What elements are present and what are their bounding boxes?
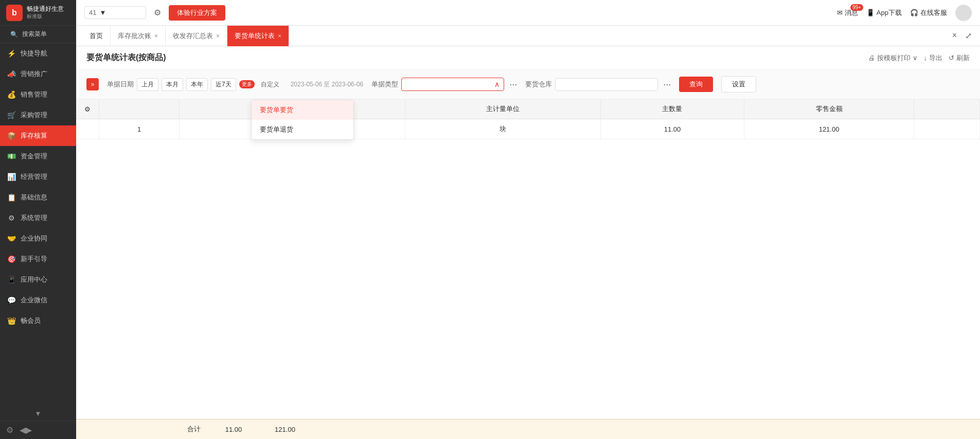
refresh-label: 刷新 <box>956 53 970 63</box>
column-settings-icon[interactable]: ⚙ <box>84 105 91 113</box>
tab-inventory-batch-close[interactable]: × <box>154 32 158 40</box>
type-input[interactable] <box>406 81 494 88</box>
date-more-badge[interactable]: 更多 <box>239 80 255 88</box>
message-icon: ✉ <box>837 9 843 16</box>
sidebar-item-purchase[interactable]: 🛒 采购管理 <box>0 105 76 125</box>
footer-qty: 11.00 <box>208 426 259 433</box>
print-action[interactable]: 🖨 按模板打印 ∨ <box>868 53 918 63</box>
warehouse-field[interactable] <box>555 78 658 91</box>
warehouse-input[interactable] <box>560 81 653 88</box>
sidebar-item-sales[interactable]: 💰 销售管理 <box>0 84 76 105</box>
sidebar-search[interactable]: 🔍 搜索菜单 <box>0 26 76 43</box>
sidebar-item-system[interactable]: ⚙ 系统管理 <box>0 208 76 228</box>
export-icon: ↓ <box>924 54 928 62</box>
set-button[interactable]: 设置 <box>721 76 756 93</box>
tab-home-label: 首页 <box>90 31 103 41</box>
print-label: 按模板打印 <box>877 53 911 63</box>
date-this-month-btn[interactable]: 本月 <box>162 78 183 91</box>
appstore-icon: 📱 <box>6 275 16 285</box>
sidebar: b 畅捷通好生意 标准版 🔍 搜索菜单 ⚡ 快捷导航 📣 营销推广 💰 销售管理… <box>0 0 76 439</box>
app-name: 畅捷通好生意 <box>27 5 64 13</box>
search-icon: 🔍 <box>10 31 18 38</box>
sidebar-item-marketing[interactable]: 📣 营销推广 <box>0 64 76 84</box>
sidebar-item-enterprise[interactable]: 🤝 企业协同 <box>0 228 76 249</box>
collapse-icon[interactable]: ◀▶ <box>20 425 32 435</box>
service-label: 在线客服 <box>920 8 947 17</box>
quick-nav-icon: ⚡ <box>6 48 16 59</box>
store-selector[interactable]: 41 ▼ <box>84 6 146 19</box>
footer-amount: 121.00 <box>259 426 311 433</box>
type-filter-label: 单据类型 <box>371 80 398 89</box>
sidebar-label-basic: 基础信息 <box>21 193 47 202</box>
phone-icon: 📱 <box>866 9 875 16</box>
sidebar-item-member[interactable]: 👑 畅会员 <box>0 310 76 331</box>
system-icon: ⚙ <box>6 213 16 223</box>
tab-recv-summary-label: 收发存汇总表 <box>173 31 213 41</box>
type-caret-icon: ∧ <box>494 80 500 88</box>
col-settings[interactable]: ⚙ <box>76 99 99 119</box>
sidebar-label-sales: 销售管理 <box>21 90 47 99</box>
sidebar-item-operations[interactable]: 📊 经营管理 <box>0 167 76 187</box>
date-this-year-btn[interactable]: 本年 <box>186 78 208 91</box>
sidebar-item-inventory[interactable]: 📦 库存核算 <box>0 125 76 146</box>
messages-item[interactable]: ✉ 消息 99+ <box>837 8 858 17</box>
tab-inventory-batch[interactable]: 库存批次账 × <box>111 26 166 46</box>
main-content: 41 ▼ ⚙ 体验行业方案 ✉ 消息 99+ 📱 App下载 🎧 在线客服 首页 <box>76 0 980 439</box>
sidebar-scroll-down[interactable]: ▼ <box>0 407 76 420</box>
export-action[interactable]: ↓ 导出 <box>924 53 943 63</box>
sidebar-label-enterprise: 企业协同 <box>21 234 47 243</box>
print-expand-icon: ∨ <box>913 54 918 62</box>
sidebar-bottom: ⚙ ◀▶ <box>0 420 76 439</box>
table-header-row: ⚙ 商品 主计量单位 主数量 零售金额 <box>76 99 980 119</box>
sidebar-label-finance: 资金管理 <box>21 152 47 161</box>
tab-recv-summary[interactable]: 收发存汇总表 × <box>166 26 227 46</box>
tab-order-summary-close[interactable]: × <box>278 32 281 40</box>
service-item[interactable]: 🎧 在线客服 <box>910 8 947 17</box>
dropdown-item-order[interactable]: 要货单要货 <box>252 100 353 120</box>
date-custom-btn[interactable]: 自定义 <box>258 79 282 90</box>
trial-button[interactable]: 体验行业方案 <box>169 5 225 21</box>
table-row: 1 块 11.00 121.00 <box>76 119 980 139</box>
sidebar-item-quick-nav[interactable]: ⚡ 快捷导航 <box>0 43 76 64</box>
logo-icon: b <box>6 5 23 21</box>
sidebar-item-basic[interactable]: 📋 基础信息 <box>0 187 76 208</box>
tab-order-summary[interactable]: 要货单统计表 × <box>227 26 289 46</box>
sidebar-item-guide[interactable]: 🎯 新手引导 <box>0 249 76 269</box>
inventory-icon: 📦 <box>6 131 16 141</box>
tab-recv-summary-close[interactable]: × <box>216 32 220 40</box>
date-last-month-btn[interactable]: 上月 <box>137 78 158 91</box>
sidebar-label-guide: 新手引导 <box>21 254 47 264</box>
date-filter-label: 单据日期 <box>107 80 134 89</box>
message-badge: 99+ <box>850 4 863 11</box>
sidebar-label-quick-nav: 快捷导航 <box>21 49 47 58</box>
sidebar-label-system: 系统管理 <box>21 213 47 223</box>
warehouse-more-btn[interactable]: ··· <box>663 79 671 90</box>
header-settings-btn[interactable]: ⚙ <box>150 6 165 20</box>
finance-icon: 💵 <box>6 151 16 161</box>
filter-expand-btn[interactable]: » <box>86 78 99 90</box>
page-content: 要货单统计表(按商品) 🖨 按模板打印 ∨ ↓ 导出 ↺ 刷新 » <box>76 46 980 439</box>
sidebar-label-member: 畅会员 <box>21 316 41 325</box>
sidebar-item-appstore[interactable]: 📱 应用中心 <box>0 269 76 290</box>
refresh-action[interactable]: ↺ 刷新 <box>949 53 970 63</box>
date-last-7days-btn[interactable]: 近7天 <box>211 78 236 91</box>
export-label: 导出 <box>929 53 942 63</box>
tab-close-all-icon[interactable]: × <box>950 29 959 43</box>
sidebar-item-wechat[interactable]: 💬 企业微信 <box>0 290 76 310</box>
tab-home[interactable]: 首页 <box>82 26 111 46</box>
type-more-btn[interactable]: ··· <box>509 79 517 90</box>
sidebar-label-purchase: 采购管理 <box>21 111 47 120</box>
col-qty: 主数量 <box>600 99 744 119</box>
sidebar-label-inventory: 库存核算 <box>21 131 47 140</box>
app-download-item[interactable]: 📱 App下载 <box>866 8 902 17</box>
dropdown-item-return[interactable]: 要货单退货 <box>252 120 353 139</box>
footer-total-label: 合计 <box>187 425 201 433</box>
type-dropdown[interactable]: ∧ <box>401 78 504 91</box>
footer-label: 合计 <box>84 425 208 434</box>
user-avatar[interactable] <box>955 5 972 21</box>
sidebar-item-finance[interactable]: 💵 资金管理 <box>0 146 76 167</box>
settings-icon[interactable]: ⚙ <box>6 425 13 435</box>
query-button[interactable]: 查询 <box>679 77 713 92</box>
tab-restore-icon[interactable]: ⤢ <box>963 29 974 43</box>
tab-order-summary-label: 要货单统计表 <box>235 31 275 41</box>
